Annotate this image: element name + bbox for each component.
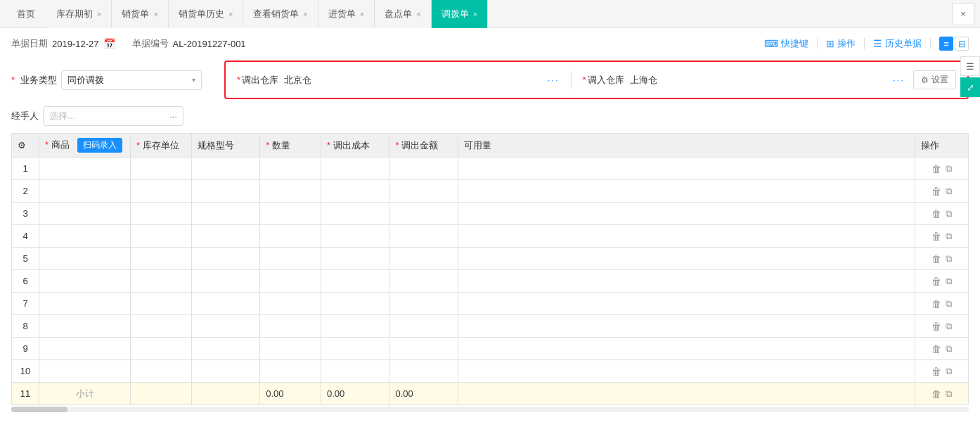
row-goods[interactable]: [39, 293, 131, 315]
row-goods[interactable]: [39, 158, 131, 180]
sidebar-expand-icon[interactable]: ⤢: [960, 77, 980, 97]
warehouse-out-more[interactable]: ···: [548, 75, 560, 85]
th-unit-label: 库存单位: [143, 140, 179, 151]
row-amount[interactable]: [389, 180, 458, 203]
row-cost[interactable]: [321, 315, 389, 338]
row-goods[interactable]: [39, 270, 131, 293]
warehouse-in-more[interactable]: ···: [893, 75, 905, 85]
scroll-thumb[interactable]: [11, 407, 67, 412]
row-cost[interactable]: [321, 158, 389, 180]
person-select[interactable]: 选择... ···: [43, 106, 183, 126]
tab-purchase-order[interactable]: 进货单 ×: [318, 0, 375, 28]
row-copy-icon[interactable]: ⧉: [946, 163, 952, 174]
row-copy-icon[interactable]: ⧉: [946, 298, 952, 310]
row-qty[interactable]: [260, 248, 321, 270]
row-qty[interactable]: [260, 180, 321, 203]
row-amount[interactable]: [389, 225, 458, 248]
warehouse-out-label: 调出仓库: [242, 74, 278, 87]
row-amount[interactable]: [389, 315, 458, 338]
row-copy-icon[interactable]: ⧉: [946, 343, 952, 355]
tab-home[interactable]: 首页: [6, 0, 46, 28]
row-amount[interactable]: [389, 338, 458, 360]
row-delete-icon[interactable]: 🗑: [931, 298, 941, 310]
tab-stocktake-close[interactable]: ×: [416, 10, 420, 18]
tab-view-sales-close[interactable]: ×: [303, 10, 307, 18]
row-qty[interactable]: [260, 360, 321, 383]
row-copy-icon[interactable]: ⧉: [946, 366, 952, 377]
row-copy-icon[interactable]: ⧉: [946, 388, 952, 400]
row-delete-icon[interactable]: 🗑: [931, 163, 941, 174]
row-goods[interactable]: [39, 315, 131, 338]
row-qty[interactable]: [260, 293, 321, 315]
row-delete-icon[interactable]: 🗑: [931, 276, 941, 287]
row-goods[interactable]: [39, 248, 131, 270]
row-copy-icon[interactable]: ⧉: [946, 276, 952, 287]
row-cost[interactable]: [321, 248, 389, 270]
tab-purchase-order-close[interactable]: ×: [360, 10, 364, 18]
gear-icon[interactable]: ⚙: [18, 140, 26, 151]
tab-stocktake[interactable]: 盘点单 ×: [375, 0, 431, 28]
row-delete-icon[interactable]: 🗑: [931, 343, 941, 355]
settings-button[interactable]: ⚙ 设置: [913, 70, 956, 89]
row-goods[interactable]: [39, 203, 131, 225]
calendar-icon[interactable]: 📅: [103, 38, 115, 49]
row-qty[interactable]: [260, 203, 321, 225]
person-more-icon[interactable]: ···: [169, 111, 177, 122]
business-type-select[interactable]: 同价调拨 ▾: [61, 70, 202, 90]
layout-grid-icon[interactable]: ⊟: [955, 37, 969, 51]
row-goods[interactable]: [39, 360, 131, 383]
row-qty[interactable]: [260, 315, 321, 338]
row-amount[interactable]: [389, 360, 458, 383]
row-cost[interactable]: [321, 360, 389, 383]
tab-sales-order-close[interactable]: ×: [153, 10, 157, 18]
row-goods[interactable]: [39, 225, 131, 248]
sidebar-list-icon[interactable]: ☰: [960, 56, 980, 76]
tab-inventory-init[interactable]: 库存期初 ×: [46, 0, 112, 28]
tab-sales-order[interactable]: 销货单 ×: [112, 0, 168, 28]
row-amount[interactable]: [389, 158, 458, 180]
row-delete-icon[interactable]: 🗑: [931, 388, 941, 400]
row-qty[interactable]: [260, 270, 321, 293]
tab-sales-history-close[interactable]: ×: [228, 10, 233, 18]
person-label: 经手人: [11, 110, 39, 122]
row-delete-icon[interactable]: 🗑: [931, 321, 941, 332]
row-copy-icon[interactable]: ⧉: [946, 186, 952, 197]
history-button[interactable]: ☰ 历史单据: [873, 37, 922, 50]
row-qty[interactable]: [260, 338, 321, 360]
operation-button[interactable]: ⊞ 操作: [826, 37, 856, 50]
tab-view-sales[interactable]: 查看销货单 ×: [243, 0, 318, 28]
row-cost[interactable]: [321, 225, 389, 248]
row-amount[interactable]: [389, 203, 458, 225]
shortcut-button[interactable]: ⌨ 快捷键: [764, 37, 808, 50]
row-cost[interactable]: [321, 293, 389, 315]
row-qty[interactable]: [260, 225, 321, 248]
row-delete-icon[interactable]: 🗑: [931, 208, 941, 219]
tab-transfer[interactable]: 调拨单 ×: [432, 0, 488, 28]
row-cost[interactable]: [321, 270, 389, 293]
row-cost[interactable]: [321, 203, 389, 225]
row-cost[interactable]: [321, 180, 389, 203]
row-delete-icon[interactable]: 🗑: [931, 186, 941, 197]
close-all-button[interactable]: ×: [952, 3, 974, 25]
row-delete-icon[interactable]: 🗑: [931, 253, 941, 265]
row-amount[interactable]: [389, 270, 458, 293]
row-delete-icon[interactable]: 🗑: [931, 366, 941, 377]
row-qty[interactable]: [260, 158, 321, 180]
row-copy-icon[interactable]: ⧉: [946, 253, 952, 265]
row-amount[interactable]: [389, 293, 458, 315]
row-delete-icon[interactable]: 🗑: [931, 231, 941, 242]
tab-sales-history[interactable]: 销货单历史 ×: [169, 0, 243, 28]
doc-date-label: 单据日期: [11, 37, 48, 50]
row-cost[interactable]: [321, 338, 389, 360]
layout-list-icon[interactable]: ≡: [939, 37, 953, 51]
row-amount[interactable]: [389, 248, 458, 270]
horizontal-scrollbar[interactable]: [11, 407, 969, 412]
row-copy-icon[interactable]: ⧉: [946, 321, 952, 332]
row-copy-icon[interactable]: ⧉: [946, 231, 952, 242]
row-goods[interactable]: [39, 180, 131, 203]
tab-transfer-close[interactable]: ×: [473, 10, 477, 18]
scan-button[interactable]: 扫码录入: [77, 138, 122, 153]
tab-inventory-init-close[interactable]: ×: [97, 10, 101, 18]
row-copy-icon[interactable]: ⧉: [946, 208, 952, 219]
row-goods[interactable]: [39, 338, 131, 360]
